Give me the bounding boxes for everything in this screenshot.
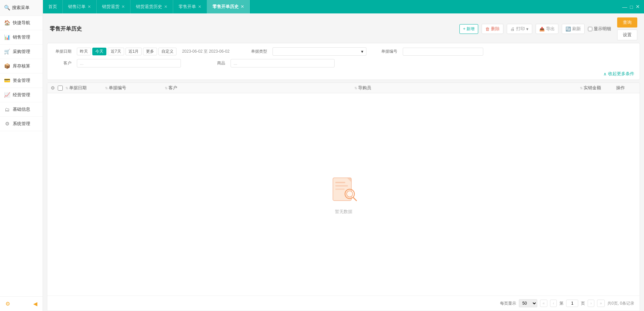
- show-detail-checkbox[interactable]: [588, 27, 592, 31]
- export-icon: 📤: [539, 27, 545, 32]
- sidebar-item-inventory[interactable]: 📦 库存核算: [0, 59, 43, 73]
- sales-mgmt-icon: 📊: [4, 34, 10, 40]
- sidebar-item-basic-info[interactable]: 🗂 基础信息: [0, 102, 43, 117]
- tab-sales-order[interactable]: 销售订单 ✕: [63, 0, 97, 13]
- sidebar-item-purchase-mgmt[interactable]: 🛒 采购管理: [0, 45, 43, 59]
- toolbar: + 新增 🗑 删除 🖨 打印 ▾ 📤 导出 🔄 刷新: [459, 17, 637, 40]
- operation-icon: 📈: [4, 92, 10, 98]
- settings-gear-icon[interactable]: ⚙: [5, 301, 10, 307]
- tab-home[interactable]: 首页: [43, 0, 63, 13]
- add-button[interactable]: + 新增: [459, 24, 478, 34]
- table-select-all-checkbox[interactable]: [58, 86, 63, 91]
- customer-input[interactable]: ...: [77, 59, 181, 67]
- sidebar-collapse-icon[interactable]: ◀: [33, 301, 37, 307]
- show-detail-wrap[interactable]: 显示明细: [588, 26, 611, 32]
- tab-retail-open-history-close[interactable]: ✕: [241, 4, 244, 9]
- next-page-btn[interactable]: ›: [588, 300, 594, 307]
- first-page-btn[interactable]: «: [540, 300, 548, 307]
- filter-row-1: 单据日期 昨天 今天 近7天 近1月 更多 自定义 2023-06-02 至 2…: [53, 47, 634, 56]
- print-button[interactable]: 🖨 打印 ▾: [507, 24, 532, 34]
- basic-info-icon: 🗂: [4, 107, 10, 112]
- tab-sales-return-history-label: 销货退货历史: [136, 4, 162, 10]
- doc-type-select[interactable]: [273, 47, 366, 56]
- empty-state: 暂无数据: [47, 93, 640, 296]
- tab-sales-return[interactable]: 销货退货 ✕: [97, 0, 131, 13]
- col-guide-label: 导购员: [358, 85, 371, 91]
- doc-num-label: 单据编号: [379, 49, 397, 54]
- sidebar-item-label: 经营管理: [13, 92, 30, 98]
- col-header-customer[interactable]: ⇅ 客户: [165, 85, 352, 91]
- filter-area: 单据日期 昨天 今天 近7天 近1月 更多 自定义 2023-06-02 至 2…: [47, 43, 640, 80]
- pagination: 每页显示 50 10 20 100 « ‹ 第 页 › » 共0页, 0条记录: [47, 296, 640, 311]
- page-input[interactable]: [566, 300, 578, 307]
- show-detail-label: 显示明细: [594, 26, 611, 32]
- refresh-label: 刷新: [572, 26, 581, 32]
- date-filter-label: 单据日期: [53, 49, 71, 54]
- col-header-guide[interactable]: ⇅ 导购员: [354, 85, 388, 91]
- sidebar-item-sales-mgmt[interactable]: 📊 销售管理: [0, 30, 43, 45]
- page-title: 零售开单历史: [50, 25, 82, 33]
- window-max-btn[interactable]: □: [630, 4, 633, 10]
- tab-sales-return-close[interactable]: ✕: [121, 4, 125, 9]
- tab-sales-order-close[interactable]: ✕: [88, 4, 91, 9]
- sidebar-item-system[interactable]: ⚙ 系统管理: [0, 117, 43, 131]
- date-btn-today[interactable]: 今天: [92, 48, 106, 55]
- set-button[interactable]: 设置: [617, 30, 637, 40]
- prev-page-btn[interactable]: ‹: [550, 300, 557, 307]
- query-button[interactable]: 查询: [617, 17, 637, 28]
- sidebar-item-label: 库存核算: [13, 63, 30, 69]
- goods-label: 商品: [206, 60, 225, 66]
- per-page-select[interactable]: 50 10 20 100: [519, 299, 537, 307]
- last-page-btn[interactable]: »: [597, 300, 605, 307]
- date-btn-7days[interactable]: 近7天: [108, 48, 124, 55]
- tab-retail-open-history[interactable]: 零售开单历史 ✕: [207, 0, 250, 13]
- date-btn-yesterday[interactable]: 昨天: [77, 48, 91, 55]
- date-btn-custom[interactable]: 自定义: [158, 48, 177, 55]
- table-area: ⚙ ⇅ 单据日期 ⇅ 单据编号 ⇅ 客户 ⇅ 导购员: [47, 83, 640, 311]
- sidebar-item-label: 销售管理: [13, 34, 30, 40]
- per-page-label: 每页显示: [500, 301, 516, 306]
- sidebar-item-finance[interactable]: 💳 资金管理: [0, 73, 43, 88]
- doc-type-chevron-icon: [361, 49, 363, 54]
- sort-icon-guide: ⇅: [354, 86, 357, 90]
- collapse-label: 收起更多条件: [608, 71, 634, 77]
- sort-icon-amount: ⇅: [580, 86, 583, 90]
- sidebar-search[interactable]: 🔍 搜索采单: [0, 0, 43, 16]
- goods-placeholder: ...: [234, 61, 237, 66]
- col-header-num[interactable]: ⇅ 单据编号: [105, 85, 162, 91]
- svg-rect-2: [335, 185, 348, 187]
- collapse-button[interactable]: ∧ 收起更多条件: [603, 71, 634, 77]
- sidebar-item-operation[interactable]: 📈 经营管理: [0, 88, 43, 102]
- purchase-mgmt-icon: 🛒: [4, 49, 10, 55]
- date-btn-more[interactable]: 更多: [143, 48, 157, 55]
- inventory-icon: 📦: [4, 63, 10, 69]
- goods-input[interactable]: ...: [231, 59, 335, 67]
- sidebar-item-quick-nav[interactable]: 🏠 快捷导航: [0, 16, 43, 30]
- date-filter-btns: 昨天 今天 近7天 近1月 更多 自定义: [77, 48, 177, 55]
- tab-retail-open-close[interactable]: ✕: [198, 4, 201, 9]
- col-header-amount[interactable]: ⇅ 实销金额: [580, 85, 613, 91]
- date-btn-1month[interactable]: 近1月: [126, 48, 142, 55]
- refresh-button[interactable]: 🔄 刷新: [562, 24, 585, 34]
- page-of-label: 页: [581, 301, 585, 306]
- quick-nav-icon: 🏠: [4, 20, 10, 26]
- sidebar-search-label: 搜索采单: [12, 5, 30, 11]
- table-settings-icon[interactable]: ⚙: [51, 85, 55, 91]
- tab-sales-return-history[interactable]: 销货退货历史 ✕: [131, 0, 173, 13]
- col-header-date[interactable]: ⇅ 单据日期: [65, 85, 102, 91]
- tab-home-label: 首页: [48, 4, 57, 10]
- query-column: 查询 设置: [617, 17, 637, 40]
- doc-num-input[interactable]: [403, 48, 483, 56]
- delete-label: 删除: [491, 26, 500, 32]
- tab-sales-return-history-close[interactable]: ✕: [164, 4, 167, 9]
- window-close-btn[interactable]: ✕: [636, 4, 640, 10]
- window-controls: — □ ✕: [622, 4, 644, 10]
- system-icon: ⚙: [4, 121, 10, 127]
- tab-retail-open[interactable]: 零售开单 ✕: [173, 0, 207, 13]
- window-min-btn[interactable]: —: [622, 4, 627, 10]
- refresh-icon: 🔄: [565, 27, 571, 32]
- export-button[interactable]: 📤 导出: [536, 24, 558, 34]
- doc-type-label: 单据类型: [248, 49, 267, 54]
- sidebar-item-label: 采购管理: [13, 49, 30, 55]
- delete-button[interactable]: 🗑 删除: [482, 24, 503, 34]
